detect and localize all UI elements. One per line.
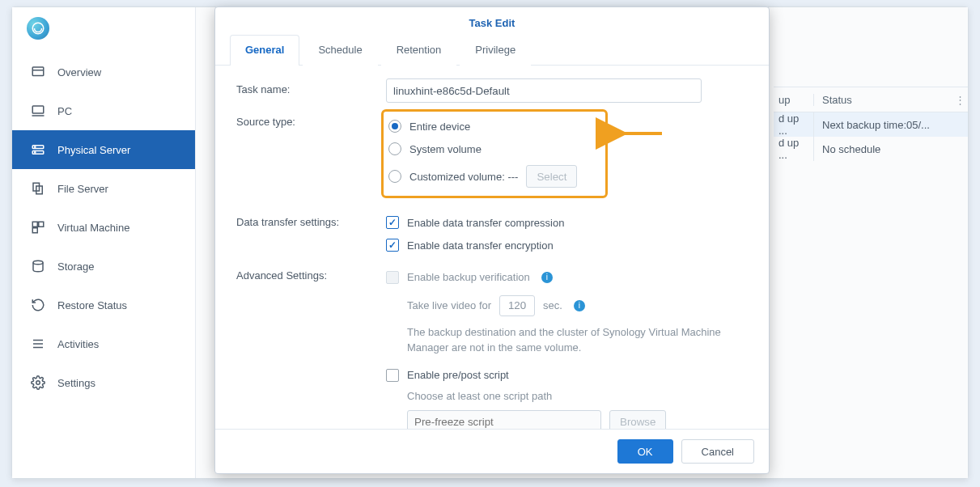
sidebar-label: Virtual Machine xyxy=(57,222,129,234)
prefreeze-input[interactable] xyxy=(407,410,601,429)
sidebar-label: PC xyxy=(57,105,72,117)
checkbox-backup-verification[interactable]: Enable backup verification i xyxy=(386,265,748,290)
sidebar-label: Settings xyxy=(57,377,95,389)
dialog-body: Task name: Source type: Entire device Sy… xyxy=(215,66,769,429)
svg-rect-3 xyxy=(32,106,44,113)
table-row[interactable]: d up ... No schedule xyxy=(774,137,968,161)
sidebar-item-physical-server[interactable]: Physical Server xyxy=(12,130,195,169)
radio-customized-volume[interactable]: Customized volume: --- Select xyxy=(388,160,600,193)
checkbox-compression[interactable]: Enable data transfer compression xyxy=(386,211,748,234)
svg-rect-13 xyxy=(32,228,37,233)
sidebar-item-pc[interactable]: PC xyxy=(12,91,195,130)
checkbox-encryption[interactable]: Enable data transfer encryption xyxy=(386,234,748,256)
column-status[interactable]: Status xyxy=(814,94,952,106)
task-edit-dialog: Task Edit General Schedule Retention Pri… xyxy=(214,6,770,474)
dialog-title: Task Edit xyxy=(215,7,769,34)
radio-label: System volume xyxy=(409,143,482,155)
restore-icon xyxy=(30,297,46,313)
tab-general[interactable]: General xyxy=(230,35,299,66)
advanced-settings-label: Advanced Settings: xyxy=(236,265,386,282)
sidebar-item-storage[interactable]: Storage xyxy=(12,247,195,286)
checkbox-prepost-script[interactable]: Enable pre/post script xyxy=(386,364,748,387)
gear-icon xyxy=(30,375,46,391)
browse-prefreeze-button[interactable]: Browse xyxy=(609,410,666,429)
radio-icon xyxy=(388,170,401,183)
data-transfer-label: Data transfer settings: xyxy=(236,211,386,228)
live-video-suffix: sec. xyxy=(543,298,562,314)
live-video-input[interactable] xyxy=(499,295,535,316)
sidebar-item-file-server[interactable]: File Server xyxy=(12,169,195,208)
app-logo-icon xyxy=(27,17,49,40)
svg-rect-11 xyxy=(32,222,37,227)
sidebar-item-virtual-machine[interactable]: Virtual Machine xyxy=(12,208,195,247)
task-name-label: Task name: xyxy=(236,78,386,95)
cell-up: d up ... xyxy=(774,137,814,161)
tab-schedule[interactable]: Schedule xyxy=(303,35,377,66)
radio-icon xyxy=(388,120,401,133)
server-icon xyxy=(30,142,46,158)
radio-label: Entire device xyxy=(409,121,470,133)
destination-warning: The backup destination and the cluster o… xyxy=(386,321,734,364)
checkbox-label: Enable pre/post script xyxy=(407,369,509,381)
svg-rect-12 xyxy=(39,222,44,227)
vm-icon xyxy=(30,219,46,235)
cell-up: d up ... xyxy=(774,112,814,137)
checkbox-icon xyxy=(386,216,399,229)
checkbox-label: Enable data transfer compression xyxy=(407,217,564,229)
tab-retention[interactable]: Retention xyxy=(381,35,457,66)
sidebar-item-settings[interactable]: Settings xyxy=(12,363,195,402)
cell-status: Next backup time:05/... xyxy=(814,119,968,131)
sidebar-item-restore-status[interactable]: Restore Status xyxy=(12,286,195,324)
select-volume-button[interactable]: Select xyxy=(526,165,577,188)
file-server-icon xyxy=(30,180,46,197)
sidebar-label: File Server xyxy=(57,183,108,195)
live-video-prefix: Take live video for xyxy=(407,298,491,314)
checkbox-icon xyxy=(386,369,399,382)
task-name-input[interactable] xyxy=(386,78,702,103)
sidebar-item-activities[interactable]: Activities xyxy=(12,324,195,363)
script-hint: Choose at least one script path xyxy=(386,387,748,411)
svg-point-18 xyxy=(36,381,40,385)
checkbox-label: Enable data transfer encryption xyxy=(407,239,554,252)
info-icon[interactable]: i xyxy=(574,300,585,311)
svg-rect-1 xyxy=(32,67,44,76)
cancel-button[interactable]: Cancel xyxy=(681,439,754,464)
overview-icon xyxy=(30,64,46,80)
sidebar-label: Storage xyxy=(57,260,95,273)
sidebar-label: Restore Status xyxy=(57,299,127,311)
svg-point-14 xyxy=(33,260,43,265)
table-row[interactable]: d up ... Next backup time:05/... xyxy=(774,112,968,137)
activities-icon xyxy=(30,336,46,352)
sidebar-item-overview[interactable]: Overview xyxy=(12,53,195,91)
tab-privilege[interactable]: Privilege xyxy=(460,35,531,66)
pc-icon xyxy=(30,103,46,119)
live-video-row: Take live video for sec. i xyxy=(386,290,748,321)
radio-icon xyxy=(388,142,401,155)
svg-point-8 xyxy=(35,152,36,153)
checkbox-icon xyxy=(386,239,399,252)
source-type-label: Source type: xyxy=(236,111,386,128)
sidebar: Overview PC Physical Server File Server … xyxy=(12,7,196,478)
source-type-highlight: Entire device System volume Customized v… xyxy=(381,109,608,198)
storage-icon xyxy=(30,258,46,274)
radio-system-volume[interactable]: System volume xyxy=(388,138,600,160)
table-header: up Status ⋮ xyxy=(774,87,968,112)
column-up[interactable]: up xyxy=(774,94,814,106)
sidebar-label: Activities xyxy=(57,338,99,350)
sidebar-label: Physical Server xyxy=(57,144,130,156)
dialog-footer: OK Cancel xyxy=(215,429,769,473)
cell-status: No schedule xyxy=(814,143,968,155)
checkbox-icon xyxy=(386,271,399,284)
dialog-tabs: General Schedule Retention Privilege xyxy=(215,34,769,66)
info-icon[interactable]: i xyxy=(541,272,553,283)
ok-button[interactable]: OK xyxy=(617,439,673,464)
checkbox-label: Enable backup verification xyxy=(407,269,530,286)
radio-label: Customized volume: --- xyxy=(409,171,518,183)
sidebar-label: Overview xyxy=(57,66,101,78)
radio-entire-device[interactable]: Entire device xyxy=(388,115,600,138)
svg-point-7 xyxy=(35,146,36,147)
column-menu-icon[interactable]: ⋮ xyxy=(952,94,968,106)
